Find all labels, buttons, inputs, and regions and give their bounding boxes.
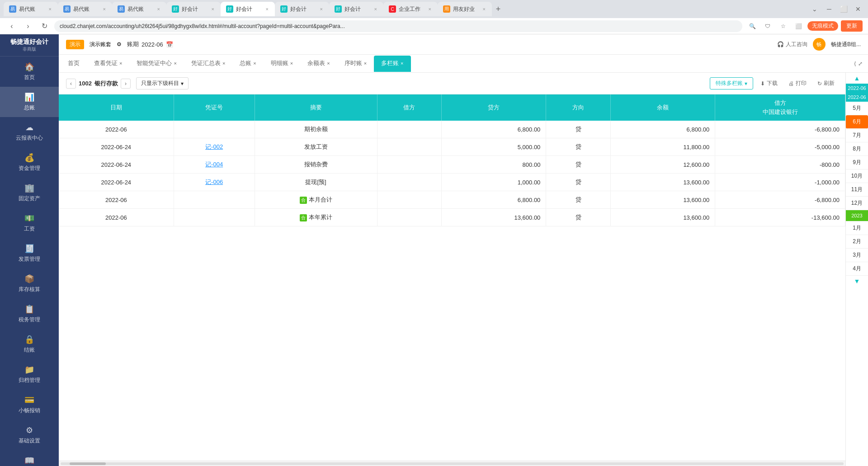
extra-col-debit: 借方 (774, 99, 786, 107)
minimize-button[interactable]: ─ (823, 3, 835, 15)
calendar-month-item[interactable]: 2023 (846, 210, 868, 221)
tab-haokuaiji-4[interactable]: 好 好会计 × (166, 2, 221, 16)
calendar-month-item[interactable]: 8月 (846, 142, 868, 156)
new-tab-button[interactable]: + (492, 3, 505, 15)
calendar-month-item[interactable]: 9月 (846, 156, 868, 169)
calendar-month-item[interactable]: 3月 (846, 249, 868, 262)
calendar-month-item[interactable]: 5月 (846, 102, 868, 115)
tab-view-voucher-close[interactable]: × (119, 61, 122, 66)
horizontal-scrollbar[interactable] (59, 461, 845, 466)
sidebar-item-fund[interactable]: 💰 资金管理 (0, 147, 59, 178)
next-account-button[interactable]: › (121, 79, 131, 89)
tab-haokuaiji-7[interactable]: 好 好会计 × (329, 2, 383, 16)
tab-voucher-summary[interactable]: 凭证汇总表 × (184, 56, 232, 72)
tab-close-3[interactable]: × (156, 5, 161, 13)
tab-yongyou[interactable]: 用 用友好业 × (438, 2, 492, 16)
tab-close-9[interactable]: × (482, 5, 486, 13)
tab-close-4[interactable]: × (211, 5, 215, 13)
tab-general-ledger[interactable]: 总账 × (232, 56, 263, 72)
sidebar-item-guide[interactable]: 📖 新手引导 (0, 450, 59, 466)
tab-haokuaiji-5[interactable]: 好 好会计 × (221, 2, 275, 16)
tab-home[interactable]: 首页 (61, 56, 87, 72)
tab-detailed-ledger[interactable]: 明细账 × (264, 56, 300, 72)
expand-tab-icon[interactable]: ⤢ (858, 61, 863, 67)
tab-close-6[interactable]: × (319, 5, 324, 13)
browser-ext-icon[interactable]: ⬜ (792, 20, 805, 33)
url-input[interactable]: cloud2.chanjet.com/accounting/uh26t264j5… (54, 20, 742, 32)
sidebar-item-close[interactable]: 🔒 结账 (0, 329, 59, 359)
tab-yidaizhang-2[interactable]: 易 易代账 × (58, 2, 112, 16)
scrollbar-thumb[interactable] (70, 462, 106, 465)
no-trace-button[interactable]: 无痕模式 (807, 21, 838, 31)
calendar-month-item[interactable]: 7月 (846, 129, 868, 142)
user-avatar[interactable]: 畅 (813, 38, 826, 51)
tab-smart-voucher-close[interactable]: × (174, 61, 176, 66)
collapse-tab-icon[interactable]: ⟨ (854, 61, 856, 67)
tab-close-5[interactable]: × (265, 5, 269, 13)
tab-qiyegongzuo[interactable]: C 企业工作 × (383, 2, 438, 16)
special-multicolumn-button[interactable]: 特殊多栏账 ▾ (710, 77, 753, 89)
close-window-button[interactable]: ✕ (852, 3, 864, 15)
star-icon[interactable]: ☆ (777, 20, 789, 33)
cal-scroll-down[interactable]: ▼ (846, 276, 868, 287)
refresh-nav-button[interactable]: ↻ (38, 20, 51, 33)
tab-close-2[interactable]: × (102, 5, 107, 13)
calendar-month-item[interactable]: 10月 (846, 169, 868, 183)
calendar-month-item[interactable]: 4月 (846, 262, 868, 276)
sidebar-item-reports[interactable]: ☁ 云报表中心 (0, 117, 59, 147)
sidebar-item-assets[interactable]: 🏢 固定资产 (0, 178, 59, 208)
cell-voucher[interactable]: 记-002 (174, 138, 255, 156)
calendar-items: 5月6月7月8月9月10月11月12月20231月2月3月4月 (846, 102, 868, 276)
tab-multi-column-close[interactable]: × (401, 61, 403, 66)
tab-close-8[interactable]: × (428, 5, 432, 13)
refresh-button[interactable]: ↻ 刷新 (814, 78, 838, 89)
tab-balance-close[interactable]: × (327, 61, 330, 66)
tab-view-voucher[interactable]: 查看凭证 × (87, 56, 129, 72)
calendar-month-item[interactable]: 2月 (846, 235, 868, 249)
calendar-month-item[interactable]: 11月 (846, 183, 868, 197)
tab-journal-close[interactable]: × (364, 61, 367, 66)
tab-detailed-ledger-close[interactable]: × (290, 61, 293, 66)
calendar-month-item[interactable]: 1月 (846, 221, 868, 235)
gear-icon-topbar[interactable]: ⚙ (117, 41, 122, 47)
cell-voucher[interactable]: 记-006 (174, 174, 255, 191)
sidebar-item-archive[interactable]: 📁 归档管理 (0, 359, 59, 390)
tab-close-7[interactable]: × (373, 5, 378, 13)
cal-scroll-up[interactable]: ▲ (846, 73, 868, 84)
prev-account-button[interactable]: ‹ (66, 79, 76, 89)
sidebar-item-settings[interactable]: ⚙ 基础设置 (0, 420, 59, 450)
cell-voucher[interactable]: 记-004 (174, 156, 255, 174)
back-button[interactable]: ‹ (5, 20, 18, 33)
tab-general-ledger-close[interactable]: × (253, 61, 256, 66)
tab-multi-column[interactable]: 多栏账 × (374, 56, 410, 72)
restore-button[interactable]: ⬜ (837, 3, 850, 15)
filter-sub-accounts-button[interactable]: 只显示下级科目 ▾ (136, 77, 189, 89)
tab-list-button[interactable]: ⌄ (808, 3, 821, 15)
tab-haokuaiji-6[interactable]: 好 好会计 × (275, 2, 329, 16)
download-button[interactable]: ⬇ 下载 (757, 78, 781, 89)
forward-button[interactable]: › (22, 20, 34, 33)
tab-journal[interactable]: 序时账 × (337, 56, 374, 72)
calendar-month-item[interactable]: 6月 (846, 115, 868, 129)
consult-button[interactable]: 🎧 人工咨询 (777, 41, 807, 48)
sidebar-item-inventory[interactable]: 📦 库存核算 (0, 268, 59, 299)
sidebar-item-ledger[interactable]: 📊 总账 (0, 87, 59, 117)
tab-balance[interactable]: 余额表 × (300, 56, 337, 72)
sidebar-item-payroll[interactable]: 💵 工资 (0, 208, 59, 238)
print-button[interactable]: 🖨 打印 (785, 78, 810, 89)
sidebar-item-invoice[interactable]: 🧾 发票管理 (0, 238, 59, 268)
sidebar-item-tax[interactable]: 📋 税务管理 (0, 299, 59, 329)
tab-yidaizhang-1[interactable]: 易 易代账 × (4, 2, 58, 16)
tab-yidaizhang-3[interactable]: 易 易代账 × (112, 2, 166, 16)
calendar-icon[interactable]: 📅 (166, 41, 173, 48)
tab-voucher-summary-close[interactable]: × (222, 61, 225, 66)
update-button[interactable]: 更新 (841, 20, 863, 32)
tab-close-1[interactable]: × (48, 5, 52, 13)
tab-smart-voucher[interactable]: 智能凭证中心 × (129, 56, 184, 72)
cell-direction: 贷 (546, 121, 610, 138)
search-icon[interactable]: 🔍 (746, 20, 759, 33)
sidebar-item-home[interactable]: 🏠 首页 (0, 56, 59, 87)
shield-icon[interactable]: 🛡 (761, 20, 774, 33)
calendar-month-item[interactable]: 12月 (846, 197, 868, 210)
sidebar-item-expense[interactable]: 💳 小畅报销 (0, 390, 59, 420)
